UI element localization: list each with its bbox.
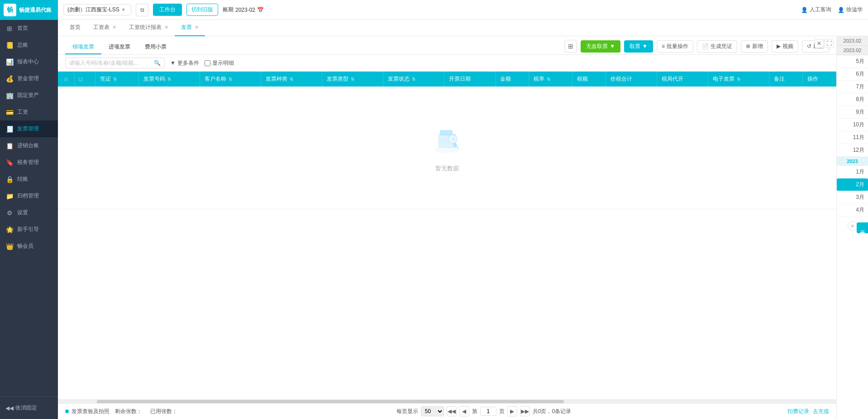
col-action[interactable]: 操作 — [803, 72, 836, 87]
tab-home[interactable]: 首页 — [63, 20, 87, 36]
date-month-10[interactable]: 10月 — [837, 119, 868, 131]
copy-button[interactable]: ⧉ — [136, 4, 148, 16]
sidebar-item-home[interactable]: ⊞ 首页 — [0, 20, 58, 37]
col-electronic[interactable]: 电子发票 ⇅ — [708, 72, 769, 87]
date-month-11[interactable]: 11月 — [837, 131, 868, 144]
gen-voucher-button[interactable]: 📄 生成凭证 — [697, 40, 737, 53]
date-month-12[interactable]: 12月 — [837, 144, 868, 157]
date-year-2023[interactable]: 2023 — [837, 157, 868, 166]
payroll-icon: 💳 — [5, 109, 14, 116]
tab-invoice[interactable]: 发票 ✕ — [175, 20, 205, 36]
company-selector[interactable]: (勿删）江西服宝-LSS ▼ — [63, 4, 131, 15]
video-button[interactable]: ▶ 视频 — [772, 40, 798, 53]
page-of-label: 页 — [499, 408, 505, 415]
date-close-icon[interactable]: ✕ — [848, 221, 858, 231]
col-tax-amount[interactable]: 税额 — [572, 72, 606, 87]
col-invoice-category[interactable]: 发票类型 ⇅ — [322, 72, 383, 87]
total-info: 共0页，0条记录 — [533, 408, 571, 415]
sidebar-item-member[interactable]: 👑 畅会员 — [0, 238, 58, 255]
no-ticket-button[interactable]: 无血取票 ▼ — [581, 40, 620, 53]
go-buy-link[interactable]: 去充值 — [813, 408, 829, 415]
support-button[interactable]: 👤 人工客询 — [801, 6, 831, 14]
workbench-button[interactable]: 工作台 — [153, 4, 182, 16]
tab-invoice-close[interactable]: ✕ — [195, 24, 199, 30]
detail-checkbox[interactable] — [205, 60, 210, 66]
next-page-button[interactable]: ▶ — [507, 406, 517, 416]
sidebar-item-invoice[interactable]: 🧾 发票管理 — [0, 120, 58, 137]
sidebar-item-reports[interactable]: 📊 报表中心 — [0, 53, 58, 70]
horizontal-scrollbar[interactable] — [58, 400, 836, 403]
show-detail-checkbox[interactable]: 显示明细 — [205, 59, 234, 67]
col-issue-date[interactable]: 开票日期 — [444, 72, 496, 87]
sidebar-item-label: 新手引导 — [17, 226, 39, 233]
date-month-1[interactable]: 1月 — [837, 166, 868, 178]
first-page-button[interactable]: ◀◀ — [447, 406, 457, 416]
per-page-select[interactable]: 50 10 20 100 — [421, 406, 444, 416]
logo-icon: 畅 — [4, 4, 16, 16]
date-month-9[interactable]: 9月 — [837, 106, 868, 119]
more-conditions-button[interactable]: ▼ 更多条件 — [170, 59, 199, 67]
show-detail-label: 显示明细 — [212, 59, 234, 67]
col-check[interactable]: □ — [74, 72, 95, 87]
col-tax-rate[interactable]: 税率 ⇅ — [529, 72, 572, 87]
tab-payroll[interactable]: 工资表 ✕ — [87, 20, 123, 36]
sub-tab-expense[interactable]: 费用小票 — [138, 40, 174, 54]
sidebar-item-tax[interactable]: 🔖 税务管理 — [0, 154, 58, 171]
last-page-button[interactable]: ▶▶ — [520, 406, 530, 416]
support-icon: 👤 — [801, 7, 808, 13]
search-input[interactable] — [69, 60, 151, 66]
prev-page-button[interactable]: ◀ — [459, 406, 469, 416]
add-record-link[interactable]: 扣费记录 — [787, 408, 809, 415]
user-info[interactable]: 👤 徐溢华 — [838, 6, 863, 14]
sub-tabs: 销项发票 进项发票 费用小票 ⊞ 无血取票 ▼ 取票 — [58, 36, 836, 55]
batch-op-button[interactable]: ≡ 批量操作 — [657, 40, 693, 53]
new-button[interactable]: ⊕ 新增 — [741, 40, 768, 53]
col-customer[interactable]: 客户名称 ⇅ — [200, 72, 261, 87]
sub-tab-purchase[interactable]: 进项发票 — [101, 40, 138, 54]
tab-payroll-stats-close[interactable]: ✕ — [164, 24, 168, 30]
sub-tab-sales-label: 销项发票 — [72, 43, 94, 50]
date-month-6[interactable]: 6月 — [837, 68, 868, 81]
sidebar-item-guide[interactable]: 🌟 新手引导 — [0, 221, 58, 238]
grid-view-button[interactable]: ⊞ — [564, 40, 577, 53]
tab-payroll-stats[interactable]: 工资统计报表 ✕ — [123, 20, 175, 36]
empty-illustration — [429, 123, 465, 159]
col-invoice-no[interactable]: 发票号码 ⇅ — [138, 72, 200, 87]
sidebar-item-fixed-assets[interactable]: 🏢 固定资产 — [0, 87, 58, 104]
date-month-4[interactable]: 4月 — [837, 204, 868, 217]
col-star[interactable]: ☆ — [58, 72, 74, 87]
sidebar-item-capital[interactable]: 💰 资金管理 — [0, 70, 58, 87]
col-remark[interactable]: 备注 — [769, 72, 803, 87]
get-ticket-button[interactable]: 取票 ▼ — [624, 40, 653, 53]
col-voucher[interactable]: 凭证 ⇅ — [95, 72, 138, 87]
member-icon: 👑 — [5, 243, 14, 250]
page-input[interactable] — [480, 407, 496, 416]
col-amount[interactable]: 金额 — [496, 72, 529, 87]
old-version-button[interactable]: 切到旧版 — [186, 4, 218, 16]
sidebar-item-archive[interactable]: 📁 归档管理 — [0, 188, 58, 204]
sidebar-item-settings[interactable]: ⚙ 设置 — [0, 204, 58, 221]
sidebar-collapse-btn[interactable]: ◀◀ 收消固定 — [0, 400, 58, 415]
sidebar-item-label: 归档管理 — [17, 192, 39, 200]
tab-payroll-close[interactable]: ✕ — [112, 24, 116, 30]
close-panel-button[interactable]: ✕ — [815, 39, 824, 48]
sidebar-item-sales[interactable]: 📋 进销台账 — [0, 137, 58, 154]
sub-tab-sales[interactable]: 销项发票 — [65, 40, 101, 54]
sidebar-item-close[interactable]: 🔒 结账 — [0, 171, 58, 188]
date-month-7[interactable]: 7月 — [837, 81, 868, 93]
col-tax-bureau[interactable]: 税局代开 — [657, 72, 708, 87]
col-total[interactable]: 价税合计 — [606, 72, 657, 87]
date-month-2-active[interactable]: 2月 — [837, 178, 868, 191]
date-month-5[interactable]: 5月 — [837, 55, 868, 68]
col-invoice-status[interactable]: 发票状态 ⇅ — [383, 72, 444, 87]
get-ticket-label: 取票 — [630, 43, 640, 50]
date-month-8[interactable]: 8月 — [837, 93, 868, 106]
date-month-3[interactable]: 3月 — [837, 191, 868, 204]
batch-icon: ≡ — [662, 43, 665, 49]
sub-tab-purchase-label: 进项发票 — [109, 43, 130, 50]
sidebar-item-payroll[interactable]: 💳 工资 — [0, 104, 58, 120]
col-invoice-type[interactable]: 发票种类 ⇅ — [261, 72, 322, 87]
maximize-panel-button[interactable]: ⛶ — [825, 39, 834, 48]
sidebar-item-general-ledger[interactable]: 📒 总账 — [0, 37, 58, 53]
open-period-button[interactable]: 开账日期 — [857, 222, 868, 233]
